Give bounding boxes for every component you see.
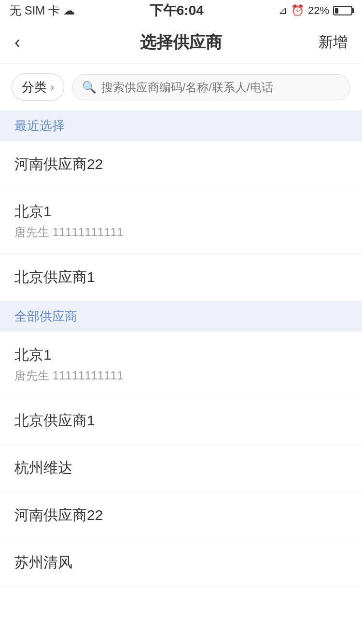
page-title: 选择供应商 [140,31,222,54]
back-button[interactable]: ‹ [14,32,43,53]
search-input[interactable] [101,81,340,94]
status-time: 下午6:04 [150,1,204,20]
search-box[interactable]: 🔍 [72,74,350,100]
status-left: 无 SIM 卡 ☁ [10,3,75,18]
item-name: 杭州维达 [14,458,348,478]
item-name: 北京1 [14,345,348,365]
battery-fill [335,8,338,14]
list-item[interactable]: 苏州清风 [0,539,362,587]
location-icon: ⊿ [278,4,287,17]
category-button[interactable]: 分类 › [12,73,64,101]
filter-bar: 分类 › 🔍 [0,64,362,111]
alarm-icon: ⏰ [291,4,304,17]
list-item[interactable]: 杭州维达 [0,445,362,492]
list-item[interactable]: 北京供应商1 [0,397,362,445]
item-name: 河南供应商22 [14,154,348,174]
list-item[interactable]: 北京1唐先生 11111111111 [0,188,362,254]
battery-percent: 22% [308,4,329,17]
section-header-0: 最近选择 [0,111,362,141]
chevron-right-icon: › [51,82,54,93]
item-name: 苏州清风 [14,553,348,573]
no-sim-label: 无 SIM 卡 ☁ [10,3,75,18]
status-right: ⊿ ⏰ 22% [278,4,352,17]
list-item[interactable]: 河南供应商22 [0,141,362,188]
item-sub: 唐先生 11111111111 [14,368,348,383]
list-item[interactable]: 北京1唐先生 11111111111 [0,332,362,397]
section-header-1: 全部供应商 [0,301,362,332]
list-item[interactable]: 河南供应商22 [0,492,362,539]
search-icon: 🔍 [82,81,97,94]
list-item[interactable]: 北京供应商1 [0,254,362,301]
item-name: 北京1 [14,202,348,222]
add-button[interactable]: 新增 [319,32,348,52]
item-name: 河南供应商22 [14,505,348,525]
category-label: 分类 [22,79,47,96]
item-name: 北京供应商1 [14,267,348,287]
nav-bar: ‹ 选择供应商 新增 [0,21,362,64]
battery-icon [333,6,352,15]
item-sub: 唐先生 11111111111 [14,224,348,240]
sections-container: 最近选择河南供应商22北京1唐先生 11111111111北京供应商1全部供应商… [0,111,362,587]
status-bar: 无 SIM 卡 ☁ 下午6:04 ⊿ ⏰ 22% [0,0,362,21]
item-name: 北京供应商1 [14,411,348,431]
